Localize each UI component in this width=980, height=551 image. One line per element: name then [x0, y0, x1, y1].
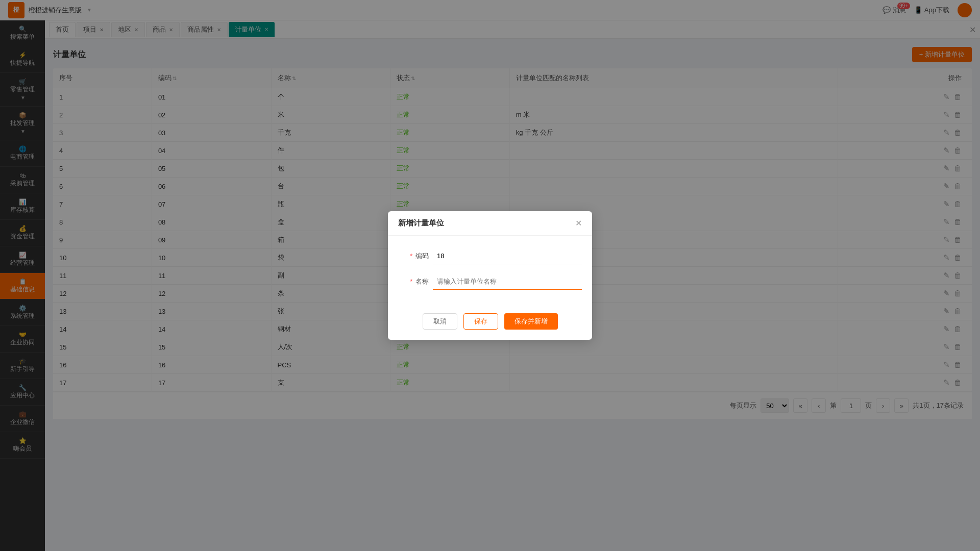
code-label: * 编码 [398, 252, 429, 261]
modal-close-btn[interactable]: ✕ [575, 218, 582, 228]
modal-body: * 编码 * 名称 [388, 236, 592, 307]
code-form-row: * 编码 [398, 248, 582, 264]
modal-header: 新增计量单位 ✕ [388, 211, 592, 236]
name-input[interactable] [433, 273, 582, 290]
save-and-new-button[interactable]: 保存并新增 [504, 313, 558, 330]
modal-title: 新增计量单位 [398, 218, 444, 228]
modal-footer: 取消 保存 保存并新增 [388, 307, 592, 340]
name-required-mark: * [410, 278, 412, 285]
save-button[interactable]: 保存 [463, 313, 498, 330]
add-unit-modal: 新增计量单位 ✕ * 编码 * 名称 取消 保存 保存并新增 [388, 211, 592, 340]
name-label: * 名称 [398, 277, 429, 286]
modal-overlay[interactable]: 新增计量单位 ✕ * 编码 * 名称 取消 保存 保存并新增 [0, 0, 980, 551]
name-form-row: * 名称 [398, 273, 582, 290]
code-required-mark: * [410, 252, 412, 260]
cancel-button[interactable]: 取消 [423, 313, 457, 330]
code-input[interactable] [433, 248, 582, 264]
